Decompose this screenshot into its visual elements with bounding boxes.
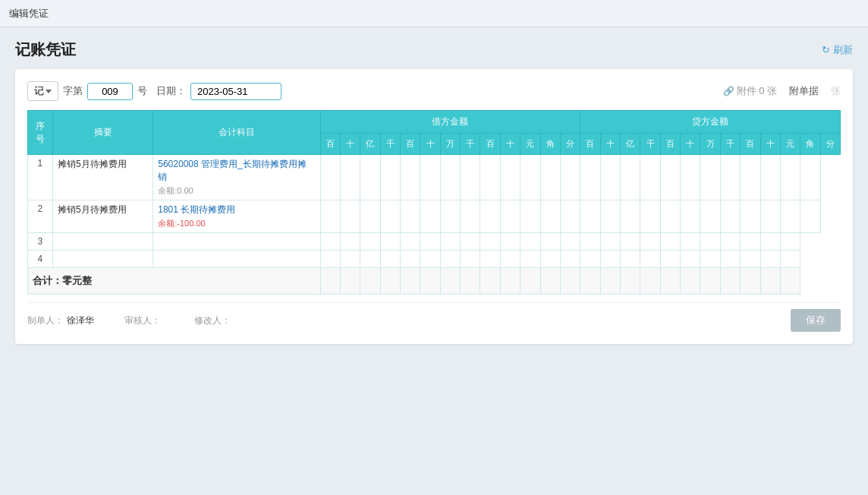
c-cell[interactable] [760,251,780,268]
d-cell[interactable] [380,251,400,268]
d-cell[interactable] [360,155,380,200]
d-cell[interactable] [500,251,520,268]
c-cell[interactable] [741,155,760,200]
d-cell[interactable] [420,251,440,268]
save-button[interactable]: 保存 [791,309,841,332]
c-cell[interactable] [600,155,620,200]
c-cell[interactable] [700,233,720,251]
d-cell[interactable] [461,233,480,251]
c-cell[interactable] [780,251,800,268]
d-cell[interactable] [560,251,580,268]
c-cell[interactable] [580,155,600,200]
c-cell[interactable] [600,200,620,233]
c-cell[interactable] [741,233,760,251]
c-cell[interactable] [700,200,720,233]
c-cell[interactable] [800,200,820,233]
c-cell[interactable] [620,155,640,200]
attach-slip-button[interactable]: 附单据 [789,84,819,98]
d-cell[interactable] [500,155,520,200]
d-cell[interactable] [380,155,400,200]
d-cell[interactable] [340,200,360,233]
c-cell[interactable] [620,251,640,268]
c-cell[interactable] [681,233,700,251]
c-cell[interactable] [780,233,800,251]
d-cell[interactable] [420,155,440,200]
d-cell[interactable] [401,233,420,251]
c-cell[interactable] [640,200,660,233]
d-cell[interactable] [440,233,460,251]
d-cell[interactable] [480,233,500,251]
c-cell[interactable] [760,233,780,251]
d-cell[interactable] [560,155,580,200]
c-cell[interactable] [760,200,780,233]
d-cell[interactable] [500,200,520,233]
d-cell[interactable] [340,233,360,251]
d-cell[interactable] [320,155,340,200]
c-cell[interactable] [580,251,600,268]
d-cell[interactable] [401,155,420,200]
d-cell[interactable] [520,155,540,200]
d-cell[interactable] [380,233,400,251]
refresh-button[interactable]: ↻ 刷新 [822,43,853,57]
d-cell[interactable] [461,155,480,200]
d-cell[interactable] [480,155,500,200]
voucher-number-input[interactable] [87,83,133,100]
d-cell[interactable] [401,251,420,268]
d-cell[interactable] [320,251,340,268]
d-cell[interactable] [340,251,360,268]
c-cell[interactable] [760,155,780,200]
d-cell[interactable] [320,200,340,233]
d-cell[interactable] [540,251,560,268]
d-cell[interactable] [540,155,560,200]
c-cell[interactable] [780,155,800,200]
c-cell[interactable] [580,233,600,251]
c-cell[interactable] [720,200,740,233]
c-cell[interactable] [660,233,680,251]
c-cell[interactable] [720,233,740,251]
c-cell[interactable] [700,251,720,268]
c-cell[interactable] [620,233,640,251]
d-cell[interactable] [500,233,520,251]
d-cell[interactable] [560,233,580,251]
c-cell[interactable] [640,233,660,251]
d-cell[interactable] [520,233,540,251]
d-cell[interactable] [461,251,480,268]
d-cell[interactable] [480,200,500,233]
c-cell[interactable] [681,200,700,233]
d-cell[interactable] [440,155,460,200]
c-cell[interactable] [600,233,620,251]
c-cell[interactable] [800,155,820,200]
c-cell[interactable] [620,200,640,233]
c-cell[interactable] [600,251,620,268]
d-cell[interactable] [461,200,480,233]
c-cell[interactable] [700,155,720,200]
d-cell[interactable] [520,251,540,268]
date-input[interactable] [190,83,281,100]
d-cell[interactable] [540,233,560,251]
c-cell[interactable] [660,200,680,233]
row-summary[interactable]: 摊销5月待摊费用 [52,200,153,233]
d-cell[interactable] [560,200,580,233]
d-cell[interactable] [440,251,460,268]
d-cell[interactable] [420,200,440,233]
c-cell[interactable] [720,155,740,200]
c-cell[interactable] [640,251,660,268]
row-summary[interactable] [52,251,153,268]
d-cell[interactable] [520,200,540,233]
d-cell[interactable] [380,200,400,233]
d-cell[interactable] [420,233,440,251]
c-cell[interactable] [720,251,740,268]
row-account[interactable] [153,251,320,268]
row-summary[interactable] [52,233,153,251]
d-cell[interactable] [401,200,420,233]
row-account[interactable]: 1801 长期待摊费用 余额:-100.00 [153,200,320,233]
d-cell[interactable] [320,233,340,251]
d-cell[interactable] [360,200,380,233]
voucher-type-button[interactable]: 记 [27,81,58,101]
c-cell[interactable] [660,155,680,200]
d-cell[interactable] [440,200,460,233]
c-cell[interactable] [681,251,700,268]
c-cell[interactable] [660,251,680,268]
row-account[interactable] [153,233,320,251]
c-cell[interactable] [741,251,760,268]
